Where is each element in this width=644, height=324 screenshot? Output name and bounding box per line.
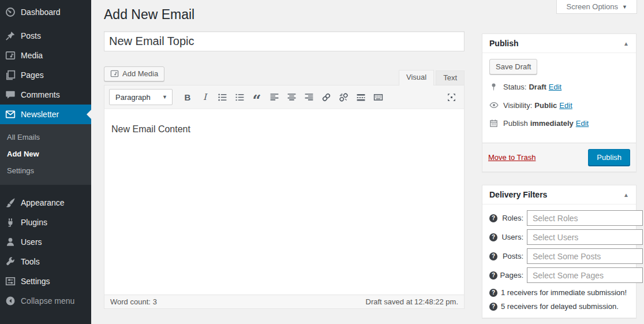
- user-icon: [5, 236, 16, 248]
- move-to-trash-link[interactable]: Move to Trash: [488, 153, 536, 162]
- schedule-row: Publish immediately Edit: [489, 119, 629, 128]
- sidebar-item-dashboard[interactable]: Dashboard: [0, 2, 91, 22]
- wrench-icon: [5, 256, 16, 267]
- add-media-button[interactable]: Add Media: [104, 66, 164, 81]
- delivery-filters-header[interactable]: Delivery Filters ▲: [482, 185, 636, 204]
- numbered-list-button[interactable]: [231, 90, 248, 105]
- email-title-input[interactable]: [104, 31, 465, 51]
- calendar-icon: [489, 119, 501, 128]
- sidebar-item-label: Posts: [21, 31, 41, 40]
- envelope-icon: [5, 109, 16, 120]
- sidebar-item-settings[interactable]: Settings: [0, 271, 91, 291]
- sidebar-item-label: Users: [21, 237, 42, 247]
- publish-panel-header[interactable]: Publish ▲: [482, 34, 636, 53]
- sidebar-item-label: Dashboard: [21, 8, 61, 17]
- screen-options-label: Screen Options: [566, 2, 618, 11]
- align-left-button[interactable]: [266, 90, 282, 105]
- schedule-label: Publish: [503, 119, 528, 128]
- paragraph-format-value: Paragraph: [115, 93, 151, 102]
- help-icon[interactable]: ?: [489, 303, 497, 311]
- sidebar-item-pages[interactable]: Pages: [0, 65, 91, 85]
- status-label: Status:: [503, 83, 526, 91]
- editor-toolbar: Paragraph ▼ B I “: [104, 85, 464, 109]
- sidebar-item-label: Tools: [21, 257, 40, 266]
- users-filter-row: ? Users:: [489, 229, 629, 245]
- remove-link-button[interactable]: [335, 90, 351, 105]
- panel-collapse-icon[interactable]: ▲: [623, 40, 629, 47]
- edit-status-link[interactable]: Edit: [549, 83, 561, 91]
- help-icon[interactable]: ?: [489, 233, 497, 241]
- tab-visual[interactable]: Visual: [399, 70, 434, 85]
- posts-select-input[interactable]: [527, 248, 643, 264]
- sidebar-item-media[interactable]: Media: [0, 46, 91, 65]
- help-icon[interactable]: ?: [489, 271, 497, 280]
- align-center-button[interactable]: [283, 90, 299, 105]
- email-content-editable[interactable]: New Email Content: [104, 109, 464, 295]
- menu-separator: [0, 185, 91, 193]
- submenu-item-all-emails[interactable]: All Emails: [0, 129, 91, 146]
- blockquote-button[interactable]: “: [249, 90, 265, 105]
- help-icon[interactable]: ?: [489, 214, 497, 222]
- delayed-receivers-text: 5 receivers for delayed submission.: [501, 302, 619, 311]
- collapse-arrow-icon: [5, 295, 16, 307]
- email-content-text: New Email Content: [111, 124, 190, 134]
- chevron-down-icon: ▼: [162, 94, 167, 100]
- edit-schedule-link[interactable]: Edit: [576, 119, 589, 128]
- read-more-tag-button[interactable]: [353, 90, 369, 105]
- media-icon: [110, 69, 119, 78]
- edit-visibility-link[interactable]: Edit: [559, 101, 572, 110]
- autosave-status: Draft saved at 12:48:22 pm.: [366, 297, 458, 306]
- users-label: Users:: [499, 233, 527, 241]
- bold-button[interactable]: B: [179, 90, 196, 105]
- sidebar-item-newsletter[interactable]: Newsletter: [0, 105, 91, 124]
- publish-panel: Publish ▲ Save Draft Status: Draft Edit …: [482, 33, 636, 172]
- pages-label: Pages:: [499, 271, 527, 280]
- tab-text[interactable]: Text: [436, 70, 465, 85]
- word-count-value: 3: [153, 297, 157, 306]
- screen-options-tab[interactable]: Screen Options ▼: [556, 0, 637, 14]
- users-select-input[interactable]: [527, 229, 643, 245]
- panel-collapse-icon[interactable]: ▲: [623, 192, 629, 198]
- sidebar-item-comments[interactable]: Comments: [0, 85, 91, 105]
- pages-select-input[interactable]: [527, 267, 643, 283]
- submenu-item-settings[interactable]: Settings: [0, 162, 91, 179]
- publish-button[interactable]: Publish: [588, 149, 630, 166]
- distraction-free-button[interactable]: [443, 90, 459, 105]
- italic-button[interactable]: I: [197, 90, 213, 105]
- numbered-list-icon: [235, 92, 245, 102]
- editor-status-bar: Word count: 3 Draft saved at 12:48:22 pm…: [104, 295, 464, 308]
- unlink-icon: [339, 92, 349, 102]
- eye-icon: [489, 100, 501, 110]
- insert-link-button[interactable]: [318, 90, 334, 105]
- bold-icon: B: [185, 92, 191, 102]
- link-icon: [321, 92, 331, 102]
- sidebar-item-posts[interactable]: Posts: [0, 26, 91, 46]
- sidebar-item-label: Collapse menu: [21, 296, 74, 306]
- sidebar-item-tools[interactable]: Tools: [0, 252, 91, 271]
- bullet-list-button[interactable]: [214, 90, 230, 105]
- help-icon[interactable]: ?: [489, 252, 497, 260]
- sidebar-item-label: Appearance: [21, 198, 65, 207]
- sidebar-item-plugins[interactable]: Plugins: [0, 213, 91, 232]
- paragraph-format-select[interactable]: Paragraph ▼: [109, 89, 173, 105]
- help-icon[interactable]: ?: [489, 289, 497, 297]
- visibility-row: Visibility: Public Edit: [489, 100, 629, 110]
- media-icon: [5, 50, 16, 61]
- visibility-label: Visibility:: [503, 101, 532, 110]
- delivery-filters-title: Delivery Filters: [489, 190, 547, 199]
- align-right-button[interactable]: [301, 90, 317, 105]
- submenu-item-add-new[interactable]: Add New: [0, 146, 91, 162]
- pages-filter-row: ? Pages:: [489, 267, 629, 283]
- more-tag-icon: [356, 92, 366, 102]
- collapse-menu-button[interactable]: Collapse menu: [0, 291, 91, 311]
- editor: Add Media Visual Text Paragraph ▼ B I: [104, 59, 465, 309]
- sidebar-item-appearance[interactable]: Appearance: [0, 193, 91, 213]
- main-content: Add New Email Add Media Visual Text Para…: [91, 0, 484, 309]
- word-count-label: Word count:: [110, 297, 151, 306]
- roles-select-input[interactable]: [527, 210, 643, 226]
- save-draft-button[interactable]: Save Draft: [489, 59, 537, 75]
- toolbar-toggle-button[interactable]: [370, 90, 386, 105]
- side-column: Publish ▲ Save Draft Status: Draft Edit …: [482, 33, 636, 318]
- sidebar-item-users[interactable]: Users: [0, 232, 91, 252]
- immediate-receivers-note: ? 1 receivers for immediate submission!: [489, 288, 629, 297]
